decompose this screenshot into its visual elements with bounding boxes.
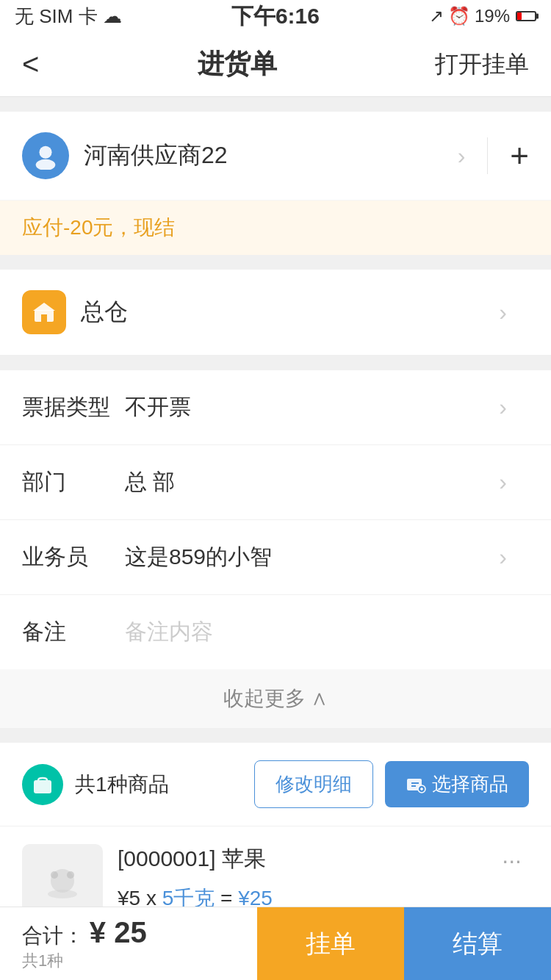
status-time: 下午6:16 bbox=[231, 1, 320, 32]
svg-rect-5 bbox=[34, 780, 51, 793]
total-section: 合计： ¥ 25 共1种 bbox=[0, 916, 257, 972]
remark-input[interactable]: 备注内容 bbox=[125, 617, 529, 647]
hold-label: 挂单 bbox=[306, 927, 356, 961]
warehouse-icon bbox=[22, 290, 66, 334]
remark-row[interactable]: 备注 备注内容 bbox=[0, 594, 551, 669]
product-count: 共1种商品 bbox=[75, 771, 254, 799]
hold-button[interactable]: 挂单 bbox=[257, 907, 404, 981]
sales-row[interactable]: 业务员 这是859的小智 › bbox=[0, 519, 551, 594]
svg-point-10 bbox=[51, 871, 58, 879]
location-icon: ↗ bbox=[429, 6, 444, 26]
battery-icon bbox=[516, 11, 536, 21]
status-left: 无 SIM 卡 ☁ bbox=[15, 4, 122, 29]
divider bbox=[487, 137, 488, 174]
svg-marker-3 bbox=[33, 303, 55, 311]
warehouse-chevron: › bbox=[499, 299, 507, 326]
gap4 bbox=[0, 728, 551, 743]
invoice-label: 票据类型 bbox=[22, 392, 125, 422]
warehouse-row[interactable]: 总仓 › bbox=[0, 270, 551, 355]
svg-point-0 bbox=[39, 146, 51, 159]
product-icon bbox=[22, 764, 63, 805]
info-banner: 应付-20元，现结 bbox=[0, 201, 551, 255]
svg-point-9 bbox=[48, 890, 77, 898]
collapse-label: 收起更多 ∧ bbox=[223, 685, 328, 713]
product-id: [0000001] bbox=[118, 846, 215, 871]
product-name: [0000001] 苹果 bbox=[118, 844, 494, 874]
sales-value: 这是859的小智 bbox=[125, 542, 499, 572]
status-right: ↗ ⏰ 19% bbox=[429, 6, 536, 26]
invoice-chevron: › bbox=[499, 394, 507, 421]
warehouse-name: 总仓 bbox=[81, 296, 499, 328]
open-hold-button[interactable]: 打开挂单 bbox=[435, 48, 529, 81]
signal-text: 无 SIM 卡 ☁ bbox=[15, 4, 122, 29]
total-amount: ¥ 25 bbox=[90, 916, 147, 948]
invoice-value: 不开票 bbox=[125, 392, 499, 422]
warehouse-card[interactable]: 总仓 › bbox=[0, 270, 551, 355]
collapse-row[interactable]: 收起更多 ∧ bbox=[0, 669, 551, 728]
status-bar: 无 SIM 卡 ☁ 下午6:16 ↗ ⏰ 19% bbox=[0, 0, 551, 32]
total-label: 合计： bbox=[22, 924, 84, 947]
total-sub: 共1种 bbox=[22, 950, 235, 972]
checkout-button[interactable]: 结算 bbox=[404, 907, 551, 981]
back-button[interactable]: < bbox=[22, 48, 39, 81]
supplier-row[interactable]: 河南供应商22 › + bbox=[0, 112, 551, 201]
checkout-label: 结算 bbox=[453, 927, 503, 961]
battery-text: 19% bbox=[475, 6, 510, 26]
svg-point-11 bbox=[67, 871, 74, 879]
remark-label: 备注 bbox=[22, 617, 125, 647]
sales-label: 业务员 bbox=[22, 542, 125, 572]
sales-chevron: › bbox=[499, 544, 507, 571]
supplier-card: 河南供应商22 › + 应付-20元，现结 bbox=[0, 112, 551, 255]
nav-bar: < 进货单 打开挂单 bbox=[0, 32, 551, 97]
edit-detail-button[interactable]: 修改明细 bbox=[254, 760, 373, 808]
dept-chevron: › bbox=[499, 469, 507, 496]
total-row: 合计： ¥ 25 bbox=[22, 916, 235, 950]
product-title: 苹果 bbox=[222, 846, 266, 871]
bottom-bar: 合计： ¥ 25 共1种 挂单 结算 bbox=[0, 907, 551, 980]
dept-label: 部门 bbox=[22, 467, 125, 497]
select-product-button[interactable]: 选择商品 bbox=[385, 761, 529, 807]
svg-rect-4 bbox=[41, 314, 47, 322]
gap1 bbox=[0, 97, 551, 112]
supplier-avatar bbox=[22, 132, 69, 179]
gap2 bbox=[0, 255, 551, 270]
product-info: [0000001] 苹果 ¥5 x 5千克 = ¥25 bbox=[118, 844, 494, 912]
page-title: 进货单 bbox=[198, 46, 277, 82]
gap3 bbox=[0, 355, 551, 370]
alarm-icon: ⏰ bbox=[448, 6, 470, 26]
product-header: 共1种商品 修改明细 选择商品 bbox=[0, 743, 551, 826]
dept-value: 总 部 bbox=[125, 467, 499, 497]
more-button[interactable]: ··· bbox=[494, 844, 529, 877]
dept-row[interactable]: 部门 总 部 › bbox=[0, 444, 551, 519]
svg-point-1 bbox=[36, 159, 56, 170]
add-button[interactable]: + bbox=[510, 140, 529, 172]
select-product-label: 选择商品 bbox=[432, 771, 508, 797]
form-card: 票据类型 不开票 › 部门 总 部 › 业务员 这是859的小智 › 备注 备注… bbox=[0, 370, 551, 669]
supplier-name: 河南供应商22 bbox=[84, 140, 458, 172]
invoice-row[interactable]: 票据类型 不开票 › bbox=[0, 370, 551, 444]
supplier-chevron: › bbox=[458, 143, 466, 170]
